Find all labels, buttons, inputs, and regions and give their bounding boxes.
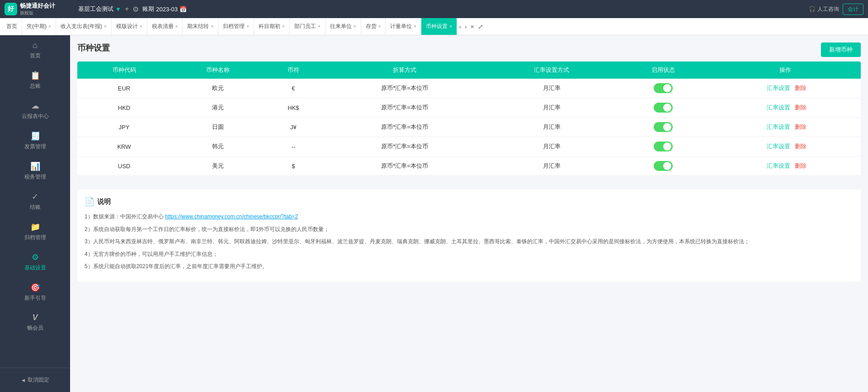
settings-icon[interactable]: ⚙: [132, 5, 139, 14]
tab-prev-btn[interactable]: ‹: [457, 23, 463, 30]
cell-symbol: €: [264, 79, 322, 98]
kuaiji-button[interactable]: 会计: [843, 4, 863, 15]
rate-setting-link[interactable]: 汇率设置: [767, 143, 790, 150]
col-action: 操作: [710, 61, 861, 79]
guide-icon: 🎯: [30, 283, 40, 293]
page-header: 币种设置 新增币种: [77, 43, 861, 61]
toggle-switch[interactable]: [654, 142, 673, 151]
tab-income[interactable]: 收入支出表(年报) ×: [56, 18, 112, 35]
logo-text: 畅捷通好会计: [20, 2, 55, 10]
close-icon[interactable]: ×: [354, 24, 356, 29]
tab-voucher[interactable]: 凭(中期) ×: [22, 18, 56, 35]
tab-template[interactable]: 模版设计 ×: [112, 18, 147, 35]
tab-partner[interactable]: 往来单位 ×: [326, 18, 361, 35]
col-rate-type: 汇率设置方式: [487, 61, 616, 79]
cell-rate-type: 月汇率: [487, 79, 616, 98]
cell-status[interactable]: [616, 137, 710, 156]
sidebar-item-home-label: 首页: [30, 52, 41, 60]
rate-setting-link[interactable]: 汇率设置: [767, 104, 790, 111]
tab-close-all-btn[interactable]: ×: [468, 23, 476, 30]
close-icon[interactable]: ×: [414, 24, 416, 29]
tab-tax-table[interactable]: 税表清册 ×: [147, 18, 183, 35]
table-row: KRW 韩元 -- 原币*汇率=本位币 月汇率 汇率设置 删除: [77, 137, 861, 156]
close-icon[interactable]: ×: [175, 24, 178, 29]
close-icon[interactable]: ×: [449, 24, 452, 29]
cell-status[interactable]: [616, 118, 710, 137]
tab-archive[interactable]: 归档管理 ×: [218, 18, 254, 35]
sidebar-item-home[interactable]: ⌂ 首页: [0, 35, 70, 65]
col-name: 币种名称: [171, 61, 264, 79]
tab-unit[interactable]: 计量单位 ×: [386, 18, 421, 35]
calendar-icon[interactable]: 📅: [179, 6, 187, 13]
delete-link[interactable]: 删除: [795, 104, 807, 111]
delete-link[interactable]: 删除: [795, 162, 807, 169]
notice-icon: 📄: [85, 197, 94, 207]
delete-link[interactable]: 删除: [795, 123, 807, 130]
cell-name: 欧元: [171, 79, 264, 98]
notice-item: 2）系统自动获取每月第一个工作日的汇率标价，统一为直接标价法，即1外币可以兑换的…: [85, 225, 854, 235]
tab-currency[interactable]: 币种设置 ×: [421, 18, 457, 35]
sidebar-item-guide[interactable]: 🎯 新手引导: [0, 277, 70, 307]
toggle-switch[interactable]: [654, 161, 673, 171]
cell-status[interactable]: [616, 79, 710, 98]
col-method: 折算方式: [322, 61, 487, 79]
tab-partner-label: 往来单位: [330, 23, 352, 30]
workspace-selector[interactable]: 基层工会测试 ▼: [78, 5, 121, 13]
close-icon[interactable]: ×: [211, 24, 213, 29]
sidebar-item-invoice[interactable]: 🧾 发票管理: [0, 126, 70, 156]
cell-status[interactable]: [616, 98, 710, 118]
notice-item: 3）人民币对马来西亚林吉特、俄罗斯卢布、南非兰特、韩元、阿联酋迪拉姆、沙特里亚尔…: [85, 237, 854, 247]
user-service-btn[interactable]: 🎧 人工咨询: [809, 5, 839, 13]
rate-setting-link[interactable]: 汇率设置: [767, 162, 790, 169]
cell-name: 日圆: [171, 118, 264, 137]
tab-period-end[interactable]: 期末结转 ×: [183, 18, 218, 35]
cell-method: 原币*汇率=本位币: [322, 98, 487, 118]
close-icon[interactable]: ×: [140, 24, 142, 29]
rate-setting-link[interactable]: 汇率设置: [767, 123, 790, 130]
tab-subject[interactable]: 科目期初 ×: [254, 18, 290, 35]
cell-method: 原币*汇率=本位币: [322, 79, 487, 98]
sidebar-item-reports[interactable]: ☁ 云报表中心: [0, 95, 70, 126]
delete-link[interactable]: 删除: [795, 143, 807, 150]
sidebar-item-tax[interactable]: 📊 税务管理: [0, 156, 70, 186]
unpin-btn[interactable]: ◄ 取消固定: [0, 373, 70, 387]
cell-code: USD: [77, 156, 171, 176]
tab-income-label: 收入支出表(年报): [61, 23, 102, 30]
rate-setting-link[interactable]: 汇率设置: [767, 85, 790, 91]
add-workspace-icon[interactable]: +: [125, 5, 129, 13]
close-icon[interactable]: ×: [282, 24, 285, 29]
sidebar-item-archive[interactable]: 📁 归档管理: [0, 217, 70, 247]
table-row: JPY 日圆 J¥ 原币*汇率=本位币 月汇率 汇率设置 删除: [77, 118, 861, 137]
main-layout: ⌂ 首页 📋 总账 ☁ 云报表中心 🧾 发票管理 📊 税务管理 ✓ 结账 📁 归…: [0, 35, 868, 392]
tab-department[interactable]: 部门员工 ×: [290, 18, 326, 35]
tab-inventory[interactable]: 存货 ×: [361, 18, 386, 35]
logo-sub: 旗舰版: [20, 10, 55, 16]
tab-expand-btn[interactable]: ⤢: [476, 23, 485, 30]
sidebar-item-ledger[interactable]: 📋 总账: [0, 65, 70, 95]
member-icon: V: [32, 313, 38, 322]
tab-next-btn[interactable]: ›: [463, 23, 469, 30]
sidebar-item-checkout[interactable]: ✓ 结账: [0, 186, 70, 217]
close-icon[interactable]: ×: [48, 24, 51, 29]
toggle-switch[interactable]: [654, 103, 673, 113]
close-icon[interactable]: ×: [318, 24, 321, 29]
notice-link[interactable]: https://www.chinamoney.com.cn/chinese/bk…: [165, 213, 298, 220]
new-currency-button[interactable]: 新增币种: [821, 43, 861, 57]
sidebar-item-invoice-label: 发票管理: [24, 143, 46, 151]
sidebar-item-checkout-label: 结账: [30, 203, 41, 211]
close-icon[interactable]: ×: [104, 24, 107, 29]
delete-link[interactable]: 删除: [795, 85, 807, 91]
top-bar-actions: 🎧 人工咨询 会计: [809, 4, 863, 15]
tab-home[interactable]: 首页: [2, 18, 22, 35]
sidebar-item-member[interactable]: V 畅会员: [0, 307, 70, 337]
close-icon[interactable]: ×: [378, 24, 381, 29]
cell-method: 原币*汇率=本位币: [322, 137, 487, 156]
notice-item: 4）无官方牌价的币种，可以用用户手工维护汇率信息；: [85, 250, 854, 260]
workspace-name: 基层工会测试: [78, 5, 113, 13]
sidebar-item-settings[interactable]: ⚙ 基础设置: [0, 247, 70, 277]
cell-symbol: HK$: [264, 98, 322, 118]
cell-status[interactable]: [616, 156, 710, 176]
close-icon[interactable]: ×: [246, 24, 249, 29]
toggle-switch[interactable]: [654, 83, 673, 93]
toggle-switch[interactable]: [654, 122, 673, 132]
